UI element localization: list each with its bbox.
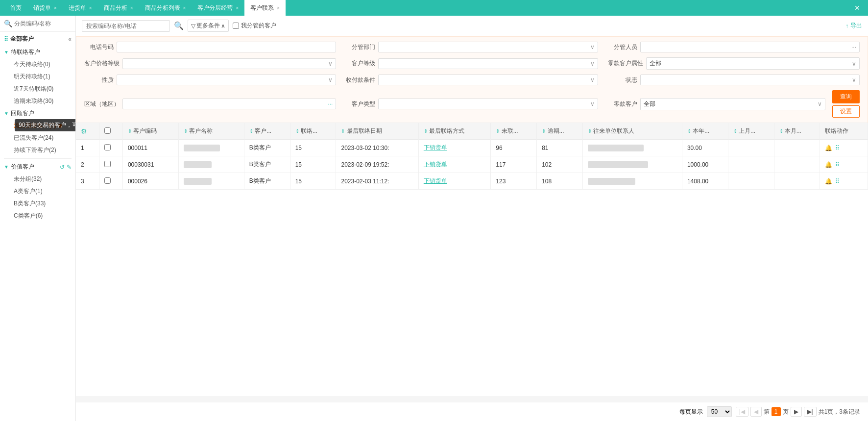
row-checkbox-1[interactable] xyxy=(104,161,111,167)
edit-icon[interactable]: ✎ xyxy=(67,164,72,171)
sidebar-item-ungroup[interactable]: 未分组(32) xyxy=(4,173,75,185)
col-unit-contact[interactable]: ⇕ 往来单位联系人 xyxy=(582,123,682,140)
settings-gear-icon[interactable]: ⚙ xyxy=(81,127,87,135)
tab-product-analysis[interactable]: 商品分析 × xyxy=(98,0,139,16)
sidebar-item-week[interactable]: 近7天待联络(0) xyxy=(4,83,75,95)
filter-label-customer-type: 客户类型 xyxy=(346,100,375,108)
col-name[interactable]: ⇕ 客户名称 xyxy=(178,123,244,140)
filter-select-region[interactable]: ··· xyxy=(122,99,336,109)
cell-check[interactable] xyxy=(99,140,122,156)
sidebar-group-review[interactable]: ▼ 回顾客户 xyxy=(0,107,75,120)
last-way-link[interactable]: 下销货单 xyxy=(424,144,447,151)
filter-select-status[interactable]: ∨ xyxy=(640,74,860,85)
last-page-btn[interactable]: ▶| xyxy=(804,407,817,417)
more-action-icon-2[interactable]: ⠿ xyxy=(835,178,840,185)
filter-select-customer-type[interactable]: ∨ xyxy=(378,99,598,109)
filter-select-price[interactable]: ∨ xyxy=(122,58,336,69)
sidebar-all-customers[interactable]: ⠿ 全部客户 « xyxy=(0,32,75,46)
more-action-icon-1[interactable]: ⠿ xyxy=(835,161,840,168)
filter-select-zero-attr[interactable]: 全部 ∨ xyxy=(646,57,860,70)
col-not-contact[interactable]: ⇕ 未联... xyxy=(491,123,537,140)
sidebar-item-lost[interactable]: 已流失客户(24) xyxy=(4,132,75,144)
col-settings[interactable]: ⚙ xyxy=(76,123,99,140)
last-way-link[interactable]: 下销货单 xyxy=(424,161,447,168)
cell-last-way[interactable]: 下销货单 xyxy=(418,173,491,190)
settings-button[interactable]: 设置 xyxy=(832,105,860,118)
table-container: ⚙ ⇕ 客户编码 ⇕ 客户名称 ⇕ 客户... ⇕ 联络... ⇕ 最后联络日期… xyxy=(76,123,868,396)
col-check[interactable] xyxy=(99,123,122,140)
col-code[interactable]: ⇕ 客户编码 xyxy=(122,123,178,140)
tab-sales-close[interactable]: × xyxy=(54,5,57,11)
col-last-date[interactable]: ⇕ 最后联络日期 xyxy=(336,123,418,140)
select-all-checkbox[interactable] xyxy=(104,127,111,134)
zero-customer-value: 全部 xyxy=(644,100,655,108)
my-customers-check-input[interactable] xyxy=(233,23,239,29)
tab-sales[interactable]: 销货单 × xyxy=(27,0,63,16)
export-button[interactable]: ↑ 导出 xyxy=(845,22,862,30)
filter-select-nature[interactable]: ∨ xyxy=(117,74,336,85)
tab-product-list[interactable]: 商品分析列表 × xyxy=(139,0,192,16)
sidebar-group-value[interactable]: ▼ 价值客户 ↺ ✎ xyxy=(0,161,75,173)
col-overdue[interactable]: ⇕ 逾期... xyxy=(537,123,583,140)
horizontal-scrollbar[interactable] xyxy=(76,396,868,402)
my-customers-checkbox[interactable]: 我分管的客户 xyxy=(233,22,276,30)
tab-purchase[interactable]: 进货单 × xyxy=(63,0,98,16)
sidebar-search-box: 🔍 xyxy=(0,16,75,32)
sidebar-item-c-class[interactable]: C类客户(6) xyxy=(4,210,75,222)
filter-select-level[interactable]: ∨ xyxy=(378,58,598,69)
filter-select-zero-customer[interactable]: 全部 ∨ xyxy=(640,98,825,110)
tab-product-analysis-close[interactable]: × xyxy=(130,5,133,11)
sidebar-collapse-icon[interactable]: « xyxy=(68,36,72,43)
contact-icon-0[interactable]: 🔔 xyxy=(825,145,832,151)
sidebar-item-declining[interactable]: 持续下滑客户(2) xyxy=(4,144,75,156)
page-size-select[interactable]: 50 100 200 xyxy=(707,406,732,417)
tab-customer-contact-close[interactable]: × xyxy=(277,5,280,11)
search-button[interactable]: 🔍 xyxy=(174,21,184,30)
more-conditions-btn[interactable]: ▽ 更多条件 ∧ xyxy=(188,20,229,32)
first-page-btn[interactable]: |◀ xyxy=(736,407,748,417)
sidebar-item-lost-warning[interactable]: 流失预警客户(3) xyxy=(4,120,75,132)
contact-icon-2[interactable]: 🔔 xyxy=(825,178,832,185)
tab-purchase-close[interactable]: × xyxy=(89,5,92,11)
tab-product-list-close[interactable]: × xyxy=(183,5,186,11)
col-this-year[interactable]: ⇕ 本年... xyxy=(682,123,728,140)
filter-select-person[interactable]: ··· xyxy=(640,42,860,52)
col-last-way[interactable]: ⇕ 最后联络方式 xyxy=(418,123,491,140)
filter-select-dept[interactable]: ∨ xyxy=(378,42,598,52)
col-contact[interactable]: ⇕ 联络... xyxy=(290,123,336,140)
sidebar-item-b-class[interactable]: B类客户(33) xyxy=(4,198,75,210)
tab-customer-tier[interactable]: 客户分层经营 × xyxy=(192,0,244,16)
row-checkbox-0[interactable] xyxy=(104,144,111,150)
cell-overdue: 108 xyxy=(537,173,583,190)
col-level[interactable]: ⇕ 客户... xyxy=(244,123,290,140)
cell-overdue: 81 xyxy=(537,140,583,156)
filter-input-phone[interactable] xyxy=(117,42,336,52)
row-checkbox-2[interactable] xyxy=(104,177,111,184)
sidebar-group-pending[interactable]: ▼ 待联络客户 xyxy=(0,46,75,58)
cell-last-way[interactable]: 下销货单 xyxy=(418,140,491,156)
contact-icon-1[interactable]: 🔔 xyxy=(825,161,832,168)
sidebar-item-a-class[interactable]: A类客户(1) xyxy=(4,185,75,198)
prev-page-btn[interactable]: ◀ xyxy=(750,407,762,417)
tab-customer-contact[interactable]: 客户联系 × xyxy=(244,0,286,16)
cell-check[interactable] xyxy=(99,173,122,190)
window-close-icon[interactable]: ✕ xyxy=(850,4,864,12)
sidebar-item-overdue[interactable]: 逾期未联络(30) xyxy=(4,95,75,107)
sidebar-item-tomorrow[interactable]: 明天待联络(1) xyxy=(4,71,75,83)
col-last-month[interactable]: ⇕ 上月... xyxy=(728,123,774,140)
tab-customer-tier-close[interactable]: × xyxy=(236,5,239,11)
cell-last-way[interactable]: 下销货单 xyxy=(418,156,491,173)
sidebar-item-today[interactable]: 今天待联络(0) xyxy=(4,58,75,71)
refresh-icon[interactable]: ↺ xyxy=(60,164,65,171)
query-button[interactable]: 查询 xyxy=(832,90,860,103)
more-action-icon-0[interactable]: ⠿ xyxy=(835,145,840,151)
tab-home[interactable]: 首页 xyxy=(4,0,27,16)
cell-check[interactable] xyxy=(99,156,122,173)
filter-select-payment[interactable]: ∨ xyxy=(378,74,598,85)
filter-row-customer-type: 客户类型 ∨ xyxy=(346,90,598,118)
col-this-month[interactable]: ⇕ 本月... xyxy=(774,123,820,140)
next-page-btn[interactable]: ▶ xyxy=(791,407,802,417)
search-input-main[interactable] xyxy=(82,20,170,32)
last-way-link[interactable]: 下销货单 xyxy=(424,177,447,184)
sidebar-search-input[interactable] xyxy=(14,20,76,27)
